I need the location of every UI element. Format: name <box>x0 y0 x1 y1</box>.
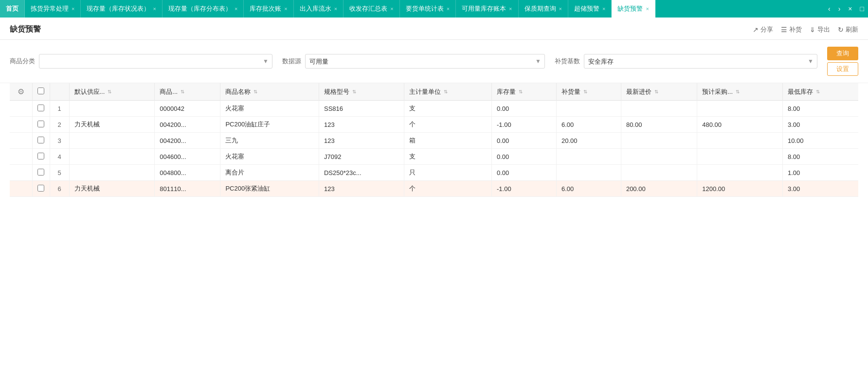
query-button[interactable]: 查询 <box>827 47 858 60</box>
row-replenish-cell: 6.00 <box>556 181 621 197</box>
nav-tab-home[interactable]: 首页 <box>0 0 25 18</box>
nav-restore[interactable]: □ <box>856 0 868 18</box>
table-row[interactable]: 6 力天机械 801110... PC200张紧油缸 123 个 -1.00 6… <box>10 181 858 197</box>
close-summary-icon[interactable]: × <box>390 6 393 12</box>
th-goods-name[interactable]: 商品名称 ⇅ <box>220 83 319 101</box>
close-inventory-status-icon[interactable]: × <box>153 6 156 12</box>
th-est-purchase[interactable]: 预计采购... ⇅ <box>697 83 783 101</box>
row-spec-cell: 123 <box>319 133 404 149</box>
table-row[interactable]: 2 力天机械 004200... PC200油缸庄子 123 个 -1.00 6… <box>10 117 858 133</box>
row-replenish-cell <box>556 149 621 165</box>
row-unit-cell: 支 <box>404 101 492 117</box>
th-replenish[interactable]: 补货量 ⇅ <box>556 83 621 101</box>
row-checkbox-cell[interactable] <box>32 117 50 133</box>
th-latest-price[interactable]: 最新进价 ⇅ <box>621 83 697 101</box>
table-row[interactable]: 4 004600... 火花塞 J7092 支 0.00 8.00 <box>10 149 858 165</box>
export-icon: ⇓ <box>810 26 815 34</box>
row-est-purchase-cell: 1200.00 <box>697 181 783 197</box>
row-goods-name-cell: 火花塞 <box>220 101 319 117</box>
close-overstock-icon[interactable]: × <box>602 6 605 12</box>
row-settings-cell <box>10 149 32 165</box>
nav-arrow-left[interactable]: ‹ <box>824 0 834 18</box>
row-checkbox-0[interactable] <box>37 105 44 111</box>
replenish-select-wrapper: 安全库存 最低库存 ▼ <box>584 54 817 69</box>
nav-arrow-right[interactable]: › <box>834 0 845 18</box>
nav-tab-inventory-status-label: 现存量（库存状况表） <box>87 4 150 13</box>
close-flow-icon[interactable]: × <box>334 6 337 12</box>
close-batch-icon[interactable]: × <box>284 6 287 12</box>
settings-button[interactable]: 设置 <box>827 62 858 76</box>
th-num <box>50 83 69 101</box>
close-expiry-icon[interactable]: × <box>559 6 562 12</box>
th-goods-code[interactable]: 商品... ⇅ <box>155 83 220 101</box>
row-checkbox-1[interactable] <box>37 121 44 127</box>
sort-unit-icon: ⇅ <box>444 89 448 94</box>
replenish-select[interactable]: 安全库存 最低库存 <box>584 54 817 69</box>
refresh-button[interactable]: ↻ 刷新 <box>838 25 858 34</box>
nav-tab-inventory-status[interactable]: 现存量（库存状况表） × <box>81 0 162 18</box>
close-inventory-dist-icon[interactable]: × <box>235 6 237 12</box>
datasource-select-wrapper: 可用量 库存量 ▼ <box>305 54 545 69</box>
nav-tab-overstock[interactable]: 超储预警 × <box>568 0 612 18</box>
th-checkbox <box>32 83 50 101</box>
nav-tab-expiry[interactable]: 保质期查询 × <box>519 0 568 18</box>
row-settings-cell <box>10 181 32 197</box>
row-unit-cell: 支 <box>404 149 492 165</box>
row-checkbox-cell[interactable] <box>32 101 50 117</box>
top-navigation: 首页 拣货异常处理 × 现存量（库存状况表） × 现存量（库存分布表） × 库存… <box>0 0 868 18</box>
row-unit-cell: 箱 <box>404 133 492 149</box>
row-num-cell: 3 <box>50 133 69 149</box>
nav-tab-available-label: 可用量库存账本 <box>462 4 506 13</box>
th-spec[interactable]: 规格型号 ⇅ <box>319 83 404 101</box>
row-checkbox-3[interactable] <box>37 153 44 159</box>
nav-close-all[interactable]: × <box>844 0 856 18</box>
row-checkbox-cell[interactable] <box>32 165 50 181</box>
nav-tab-pick-label: 拣货异常处理 <box>31 4 69 13</box>
row-checkbox-cell[interactable] <box>32 181 50 197</box>
nav-tab-available[interactable]: 可用量库存账本 × <box>456 0 518 18</box>
data-table: ⚙ 默认供应... ⇅ 商品... <box>10 83 858 197</box>
sort-est-purchase-icon: ⇅ <box>736 89 740 94</box>
gear-icon[interactable]: ⚙ <box>18 88 24 96</box>
table-row[interactable]: 3 004200... 三九 123 箱 0.00 20.00 10.00 <box>10 133 858 149</box>
supplement-button[interactable]: ☰ 补货 <box>781 25 802 34</box>
export-button[interactable]: ⇓ 导出 <box>810 25 830 34</box>
table-row[interactable]: 5 004800... 离合片 DS250*23c... 只 0.00 1.00 <box>10 165 858 181</box>
row-settings-cell <box>10 165 32 181</box>
table-row[interactable]: 1 0000042 火花塞 SS816 支 0.00 8.00 <box>10 101 858 117</box>
select-all-checkbox[interactable] <box>37 88 44 94</box>
datasource-select[interactable]: 可用量 库存量 <box>305 54 545 69</box>
close-available-icon[interactable]: × <box>509 6 512 12</box>
close-pick-icon[interactable]: × <box>72 6 74 12</box>
th-settings[interactable]: ⚙ <box>10 83 32 101</box>
nav-tab-order-stat[interactable]: 要货单统计表 × <box>400 0 456 18</box>
th-stock[interactable]: 库存量 ⇅ <box>492 83 557 101</box>
row-min-stock-cell: 8.00 <box>783 149 859 165</box>
nav-tab-inventory-dist[interactable]: 现存量（库存分布表） × <box>163 0 244 18</box>
th-supplier[interactable]: 默认供应... ⇅ <box>69 83 155 101</box>
share-button[interactable]: ↗ 分享 <box>753 25 773 34</box>
filter-group-datasource: 数据源 可用量 库存量 ▼ <box>282 54 545 69</box>
nav-tab-shortage[interactable]: 缺货预警 × <box>612 0 655 18</box>
row-checkbox-5[interactable] <box>37 185 44 192</box>
nav-tab-summary[interactable]: 收发存汇总表 × <box>344 0 399 18</box>
row-num-cell: 4 <box>50 149 69 165</box>
category-select[interactable] <box>39 54 272 69</box>
close-order-stat-icon[interactable]: × <box>447 6 450 12</box>
table-container: ⚙ 默认供应... ⇅ 商品... <box>0 83 868 197</box>
row-checkbox-cell[interactable] <box>32 149 50 165</box>
row-checkbox-4[interactable] <box>37 169 44 176</box>
row-stock-cell: 0.00 <box>492 133 557 149</box>
nav-tab-pick[interactable]: 拣货异常处理 × <box>25 0 81 18</box>
page-header: 缺货预警 ↗ 分享 ☰ 补货 ⇓ 导出 ↻ 刷新 <box>0 18 868 40</box>
row-checkbox-2[interactable] <box>37 137 44 143</box>
row-stock-cell: 0.00 <box>492 165 557 181</box>
th-unit[interactable]: 主计量单位 ⇅ <box>404 83 492 101</box>
close-shortage-icon[interactable]: × <box>646 6 649 12</box>
row-checkbox-cell[interactable] <box>32 133 50 149</box>
th-min-stock[interactable]: 最低库存 ⇅ <box>783 83 859 101</box>
row-num-cell: 5 <box>50 165 69 181</box>
nav-tab-flow[interactable]: 出入库流水 × <box>294 0 344 18</box>
nav-tab-batch[interactable]: 库存批次账 × <box>244 0 293 18</box>
table-body: 1 0000042 火花塞 SS816 支 0.00 8.00 2 力天机械 0… <box>10 101 858 197</box>
